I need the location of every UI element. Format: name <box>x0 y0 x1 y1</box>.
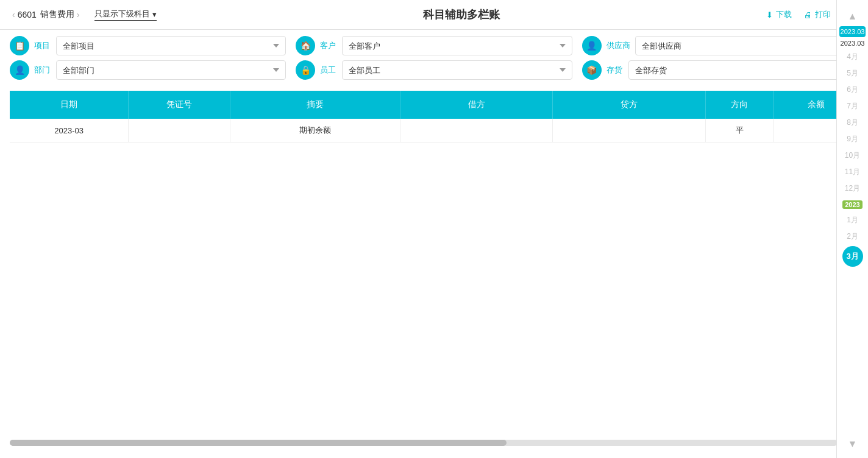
employee-filter-item: 🔒 员工 全部员工 <box>296 60 572 80</box>
project-label: 项目 <box>34 40 51 51</box>
download-label: 下载 <box>776 9 792 20</box>
bottom-scrollbar[interactable] <box>10 440 838 446</box>
print-label: 打印 <box>815 9 831 20</box>
cell-direction: 平 <box>705 119 773 143</box>
col-header-credit: 贷方 <box>553 91 706 119</box>
employee-label: 员工 <box>320 65 337 76</box>
show-sub-button[interactable]: 只显示下级科目 ▾ <box>94 9 157 21</box>
employee-select[interactable]: 全部员工 <box>342 60 572 80</box>
department-label: 部门 <box>34 65 51 76</box>
filter-bar: 📋 项目 全部项目 🏠 客户 全部客户 👤 供应商 全部供应商 <box>0 30 868 91</box>
col-header-voucher: 凭证号 <box>129 91 230 119</box>
project-icon: 📋 <box>10 36 29 55</box>
cell-debit <box>400 119 553 143</box>
department-icon: 👤 <box>10 60 29 80</box>
timeline-8[interactable]: 8月 <box>837 114 868 131</box>
project-filter-item: 📋 项目 全部项目 <box>10 36 286 55</box>
year-badge-2023: 2023 <box>842 200 862 209</box>
timeline-1[interactable]: 1月 <box>837 212 868 228</box>
account-code-box: 6601 销售费用 <box>18 9 74 20</box>
data-table: 日期 凭证号 摘要 借方 贷方 方向 余额 2023-03 期初余额 平 <box>10 91 858 143</box>
show-sub-arrow: ▾ <box>152 10 157 19</box>
timeline-4[interactable]: 4月 <box>837 49 868 65</box>
timeline-9[interactable]: 9月 <box>837 131 868 147</box>
customer-label: 客户 <box>320 40 337 51</box>
department-filter-item: 👤 部门 全部部门 <box>10 60 286 80</box>
download-button[interactable]: ⬇ 下载 <box>766 9 792 20</box>
col-header-summary: 摘要 <box>230 91 400 119</box>
customer-filter-item: 🏠 客户 全部客户 <box>296 36 572 55</box>
project-select[interactable]: 全部项目 <box>56 36 286 55</box>
timeline-up-arrow[interactable]: ▲ <box>848 7 858 26</box>
timeline-period-1[interactable]: 2023.03 <box>839 26 866 37</box>
download-icon: ⬇ <box>766 10 773 19</box>
print-icon: 🖨 <box>804 10 812 19</box>
supplier-icon: 👤 <box>582 36 602 55</box>
timeline-12[interactable]: 12月 <box>837 180 868 197</box>
col-header-direction: 方向 <box>705 91 773 119</box>
filter-row-1: 📋 项目 全部项目 🏠 客户 全部客户 👤 供应商 全部供应商 <box>10 36 858 55</box>
cell-credit <box>553 119 706 143</box>
header-bar: ‹ 6601 销售费用 › 只显示下级科目 ▾ 科目辅助多栏账 ⬇ 下载 🖨 打… <box>0 0 868 30</box>
inventory-filter-item: 📦 存货 全部存货 <box>582 60 858 80</box>
cell-voucher <box>129 119 230 143</box>
supplier-select[interactable]: 全部供应商 <box>635 36 858 55</box>
table-wrapper: 日期 凭证号 摘要 借方 贷方 方向 余额 2023-03 期初余额 平 <box>0 91 868 143</box>
filter-row-2: 👤 部门 全部部门 🔒 员工 全部员工 📦 存货 全部存货 <box>10 60 858 80</box>
cell-summary: 期初余额 <box>230 119 400 143</box>
main-container: ‹ 6601 销售费用 › 只显示下级科目 ▾ 科目辅助多栏账 ⬇ 下载 🖨 打… <box>0 0 868 458</box>
page-title: 科目辅助多栏账 <box>157 7 767 22</box>
next-arrow[interactable]: › <box>74 9 82 21</box>
inventory-label: 存货 <box>607 65 624 76</box>
customer-icon: 🏠 <box>296 36 315 55</box>
scrollbar-thumb <box>10 440 507 446</box>
print-button[interactable]: 🖨 打印 <box>804 9 831 20</box>
account-name: 销售费用 <box>40 9 74 20</box>
timeline-panel: ▲ 2023.03 2023.03 4月 5月 6月 7月 8月 9月 10月 … <box>836 0 868 458</box>
table-header-row: 日期 凭证号 摘要 借方 贷方 方向 余额 <box>10 91 858 119</box>
supplier-filter-item: 👤 供应商 全部供应商 <box>582 36 858 55</box>
col-header-debit: 借方 <box>400 91 553 119</box>
customer-select[interactable]: 全部客户 <box>342 36 572 55</box>
department-select[interactable]: 全部部门 <box>56 60 286 80</box>
prev-arrow[interactable]: ‹ <box>10 9 18 21</box>
timeline-3-active[interactable]: 3月 <box>842 246 863 267</box>
timeline-7[interactable]: 7月 <box>837 98 868 114</box>
inventory-icon: 📦 <box>582 60 602 80</box>
employee-icon: 🔒 <box>296 60 315 80</box>
timeline-11[interactable]: 11月 <box>837 164 868 180</box>
table-row: 2023-03 期初余额 平 <box>10 119 858 143</box>
timeline-5[interactable]: 5月 <box>837 65 868 82</box>
timeline-10[interactable]: 10月 <box>837 147 868 164</box>
inventory-select[interactable]: 全部存货 <box>628 60 858 80</box>
show-sub-label: 只显示下级科目 <box>94 9 150 19</box>
account-code: 6601 <box>18 10 37 19</box>
col-header-date: 日期 <box>10 91 129 119</box>
timeline-2[interactable]: 2月 <box>837 228 868 245</box>
timeline-down-arrow[interactable]: ▼ <box>848 435 858 453</box>
supplier-label: 供应商 <box>607 40 630 51</box>
cell-date: 2023-03 <box>10 119 129 143</box>
timeline-6[interactable]: 6月 <box>837 82 868 98</box>
timeline-period-2[interactable]: 2023.03 <box>837 38 868 49</box>
